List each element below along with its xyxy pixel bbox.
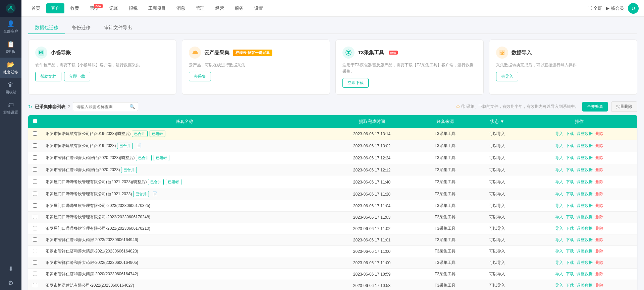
row-adjust-link[interactable]: 调整数据 xyxy=(577,143,593,148)
row-import-link[interactable]: 导入 xyxy=(555,237,563,242)
row-import-link[interactable]: 导入 xyxy=(555,215,563,219)
nav-message[interactable]: 消息 xyxy=(172,3,190,13)
row-checkbox[interactable] xyxy=(33,226,37,230)
nav-home[interactable]: 首页 xyxy=(27,3,45,13)
row-import-link[interactable]: 导入 xyxy=(555,283,563,288)
row-adjust-link[interactable]: 调整数据 xyxy=(577,155,593,160)
row-adjust-link[interactable]: 调整数据 xyxy=(577,237,593,242)
nav-billing[interactable]: 收费 xyxy=(66,3,84,13)
row-download-link[interactable]: 下载 xyxy=(566,167,574,172)
row-download-link[interactable]: 下载 xyxy=(566,131,574,136)
row-adjust-link[interactable]: 调整数据 xyxy=(577,215,593,219)
fullscreen-btn[interactable]: ⛶ 全屏 xyxy=(588,5,602,11)
nav-service[interactable]: 服务 xyxy=(230,3,248,13)
row-delete-link[interactable]: 删除 xyxy=(595,167,603,172)
row-adjust-link[interactable]: 调整数据 xyxy=(577,131,593,136)
tab-audit-export[interactable]: 审计文件导出 xyxy=(97,22,139,34)
row-checkbox[interactable] xyxy=(33,179,37,184)
xiaochang-help-btn[interactable]: 帮助文档 xyxy=(35,72,61,81)
row-checkbox[interactable] xyxy=(33,283,37,287)
nav-bookkeeping[interactable]: 记账 xyxy=(105,3,123,13)
row-checkbox[interactable] xyxy=(33,215,37,219)
row-delete-link[interactable]: 删除 xyxy=(595,283,603,288)
row-checkbox[interactable] xyxy=(33,155,37,160)
row-checkbox[interactable] xyxy=(33,272,37,276)
sidebar-item-all-clients[interactable]: 👤 全部客户 xyxy=(0,17,21,37)
row-checkbox[interactable] xyxy=(33,167,37,172)
xiaochang-download-btn[interactable]: 立即下载 xyxy=(64,72,90,81)
row-checkbox[interactable] xyxy=(33,260,37,265)
user-avatar[interactable]: U xyxy=(628,3,639,14)
col-status[interactable]: 状态 ▼ xyxy=(473,115,521,128)
row-import-link[interactable]: 导入 xyxy=(555,226,563,231)
select-all-checkbox[interactable] xyxy=(33,119,37,123)
row-import-link[interactable]: 导入 xyxy=(555,260,563,265)
sidebar-item-account-migrate[interactable]: 📂 账套迁移 xyxy=(0,58,21,78)
row-import-link[interactable]: 导入 xyxy=(555,272,563,276)
row-download-link[interactable]: 下载 xyxy=(566,192,574,196)
nav-setting[interactable]: 设置 xyxy=(250,3,268,13)
cloud-collect-btn[interactable]: 去采集 xyxy=(189,72,211,81)
row-adjust-link[interactable]: 调整数据 xyxy=(577,260,593,265)
nav-business[interactable]: 工商项目 xyxy=(144,3,170,13)
row-adjust-link[interactable]: 调整数据 xyxy=(577,192,593,196)
row-download-link[interactable]: 下载 xyxy=(566,179,574,184)
row-checkbox[interactable] xyxy=(33,249,37,253)
tab-backup-migrate[interactable]: 备份迁移 xyxy=(65,22,97,34)
row-checkbox[interactable] xyxy=(33,192,37,196)
nav-operation[interactable]: 经营 xyxy=(211,3,229,13)
row-delete-link[interactable]: 删除 xyxy=(595,226,603,231)
row-import-link[interactable]: 导入 xyxy=(555,192,563,196)
row-delete-link[interactable]: 删除 xyxy=(595,179,603,184)
import-go-btn[interactable]: 去导入 xyxy=(496,72,518,81)
row-delete-link[interactable]: 删除 xyxy=(595,203,603,208)
row-download-link[interactable]: 下载 xyxy=(566,249,574,253)
nav-client[interactable]: 客户 xyxy=(46,3,64,13)
sidebar-item-recycle[interactable]: 🗑 回收站 xyxy=(0,78,21,98)
row-adjust-link[interactable]: 调整数据 xyxy=(577,167,593,172)
row-delete-link[interactable]: 删除 xyxy=(595,192,603,196)
row-download-link[interactable]: 下载 xyxy=(566,226,574,231)
row-adjust-link[interactable]: 调整数据 xyxy=(577,283,593,288)
row-download-link[interactable]: 下载 xyxy=(566,237,574,242)
row-download-link[interactable]: 下载 xyxy=(566,283,574,288)
row-checkbox[interactable] xyxy=(33,143,37,148)
search-input[interactable] xyxy=(73,103,127,111)
sidebar-item-zero-declare[interactable]: 📋 0申报 xyxy=(0,37,21,58)
sidebar-item-download[interactable]: ⬇ xyxy=(0,262,21,276)
nav-tax[interactable]: 报税 xyxy=(124,3,142,13)
row-delete-link[interactable]: 删除 xyxy=(595,237,603,242)
refresh-icon[interactable]: ↻ xyxy=(28,104,32,110)
row-checkbox[interactable] xyxy=(33,203,37,208)
row-delete-link[interactable]: 删除 xyxy=(595,249,603,253)
tab-data-migrate[interactable]: 数据包迁移 xyxy=(28,22,65,34)
row-download-link[interactable]: 下载 xyxy=(566,215,574,219)
row-download-link[interactable]: 下载 xyxy=(566,143,574,148)
row-checkbox[interactable] xyxy=(33,237,37,242)
row-delete-link[interactable]: 删除 xyxy=(595,272,603,276)
row-download-link[interactable]: 下载 xyxy=(566,260,574,265)
row-download-link[interactable]: 下载 xyxy=(566,155,574,160)
row-import-link[interactable]: 导入 xyxy=(555,131,563,136)
row-import-link[interactable]: 导入 xyxy=(555,143,563,148)
row-download-link[interactable]: 下载 xyxy=(566,203,574,208)
row-delete-link[interactable]: 删除 xyxy=(595,131,603,136)
nav-manage[interactable]: 管理 xyxy=(191,3,209,13)
row-adjust-link[interactable]: 调整数据 xyxy=(577,249,593,253)
merge-account-btn[interactable]: 合并账套 xyxy=(582,102,608,112)
row-adjust-link[interactable]: 调整数据 xyxy=(577,203,593,208)
row-delete-link[interactable]: 删除 xyxy=(595,215,603,219)
row-import-link[interactable]: 导入 xyxy=(555,167,563,172)
sidebar-item-tag-setting[interactable]: 🏷 标签设置 xyxy=(0,98,21,118)
t3-download-btn[interactable]: 立即下载 xyxy=(342,78,369,88)
nav-invoice[interactable]: 票据 new xyxy=(85,3,103,13)
help-icon[interactable]: ? xyxy=(67,104,70,109)
row-delete-link[interactable]: 删除 xyxy=(595,260,603,265)
row-adjust-link[interactable]: 调整数据 xyxy=(577,179,593,184)
row-import-link[interactable]: 导入 xyxy=(555,249,563,253)
row-download-link[interactable]: 下载 xyxy=(566,272,574,276)
row-import-link[interactable]: 导入 xyxy=(555,155,563,160)
batch-delete-btn[interactable]: 批量删除 xyxy=(611,101,637,112)
row-import-link[interactable]: 导入 xyxy=(555,179,563,184)
row-import-link[interactable]: 导入 xyxy=(555,203,563,208)
